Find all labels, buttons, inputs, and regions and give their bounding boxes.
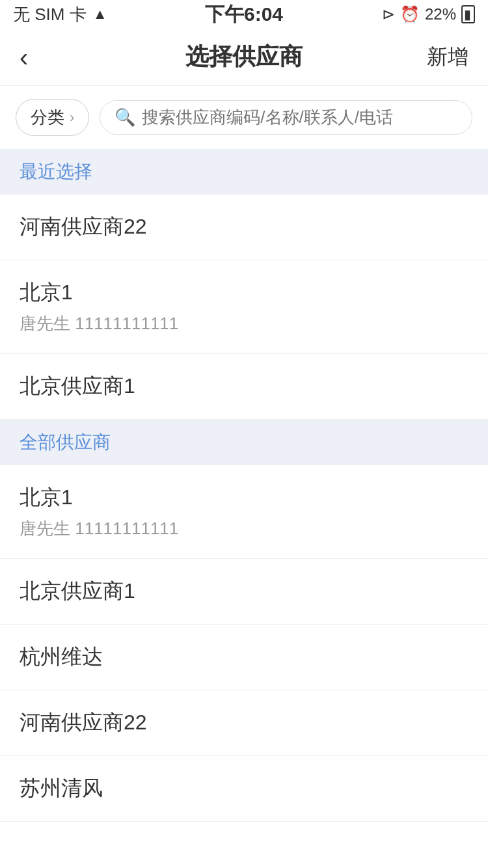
wifi-icon: ▲ (93, 6, 107, 23)
list-item[interactable]: 北京供应商1 (0, 559, 488, 625)
recent-section-header: 最近选择 (0, 149, 488, 195)
list-item[interactable]: 杭州维达 (0, 625, 488, 690)
all-section-header: 全部供应商 (0, 420, 488, 465)
item-name: 苏州清风 (20, 774, 468, 803)
status-left: 无 SIM 卡 ▲ (13, 3, 107, 26)
chevron-right-icon: › (70, 109, 74, 126)
item-name: 北京1 (20, 278, 468, 307)
item-name: 杭州维达 (20, 643, 468, 671)
search-input[interactable] (142, 107, 457, 128)
status-time: 下午6:04 (205, 1, 283, 28)
recent-section-label: 最近选择 (20, 161, 92, 182)
search-icon: 🔍 (115, 107, 135, 128)
category-label: 分类 (31, 106, 64, 129)
item-sub: 唐先生 11111111111 (20, 517, 468, 540)
item-name: 河南供应商22 (20, 709, 468, 737)
add-button[interactable]: 新增 (427, 43, 468, 72)
alarm-icon: ⏰ (400, 5, 420, 23)
list-item[interactable]: 北京供应商1 (0, 354, 488, 420)
list-item[interactable]: 北京1唐先生 11111111111 (0, 260, 488, 354)
nav-bar: ‹ 选择供应商 新增 (0, 29, 488, 86)
recent-list: 河南供应商22北京1唐先生 11111111111北京供应商1 (0, 195, 488, 420)
back-button[interactable]: ‹ (20, 44, 28, 70)
item-name: 北京供应商1 (20, 372, 468, 401)
list-item[interactable]: 河南供应商22 (0, 690, 488, 756)
item-name: 北京供应商1 (20, 577, 468, 606)
item-name: 河南供应商22 (20, 213, 468, 241)
page-title: 选择供应商 (185, 41, 303, 73)
filter-bar: 分类 › 🔍 (0, 86, 488, 149)
category-filter[interactable]: 分类 › (16, 99, 89, 136)
status-right: ⊳ ⏰ 22% ▮ (382, 5, 475, 23)
all-list: 北京1唐先生 11111111111北京供应商1杭州维达河南供应商22苏州清风 (0, 465, 488, 822)
item-sub: 唐先生 11111111111 (20, 312, 468, 335)
search-box[interactable]: 🔍 (100, 100, 472, 135)
battery-icon: ▮ (461, 5, 475, 23)
all-section-label: 全部供应商 (20, 432, 111, 452)
battery-text: 22% (425, 5, 456, 23)
carrier-text: 无 SIM 卡 (13, 3, 87, 26)
item-name: 北京1 (20, 483, 468, 512)
status-bar: 无 SIM 卡 ▲ 下午6:04 ⊳ ⏰ 22% ▮ (0, 0, 488, 29)
list-item[interactable]: 苏州清风 (0, 756, 488, 822)
location-icon: ⊳ (382, 5, 395, 23)
list-item[interactable]: 北京1唐先生 11111111111 (0, 465, 488, 559)
list-item[interactable]: 河南供应商22 (0, 195, 488, 260)
